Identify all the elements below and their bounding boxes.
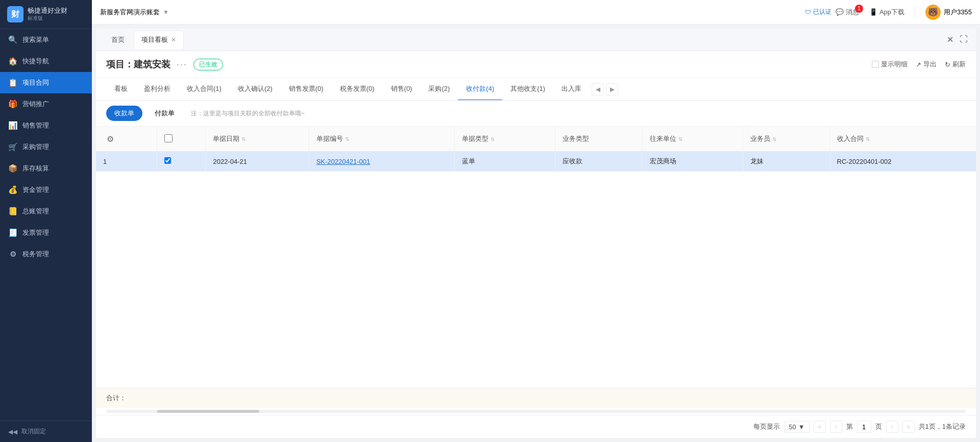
th-check[interactable]	[157, 127, 206, 152]
sidebar-item-project[interactable]: 📋 项目合同	[0, 72, 92, 93]
sidebar-item-ledger[interactable]: 📒 总账管理	[0, 201, 92, 222]
sidebar-item-search[interactable]: 🔍 搜索菜单	[0, 29, 92, 51]
page-number-input[interactable]	[857, 421, 871, 433]
page-header-actions: 显示明细 ↗ 导出 ↻ 刷新	[872, 60, 966, 69]
th-number[interactable]: 单据编号 ⇅	[309, 127, 454, 152]
row-checkbox[interactable]	[164, 157, 171, 164]
sub-tab-prev-arrow[interactable]: ◀	[592, 83, 604, 95]
sub-tab-sales-invoice[interactable]: 销售发票(0)	[281, 78, 332, 101]
project-icon: 📋	[8, 78, 17, 87]
per-page-dropdown-icon: ▼	[798, 423, 805, 431]
tab-expand-icon[interactable]: ⛶	[960, 35, 968, 44]
pagination: 每页显示 50 ▼ « ‹ 第 页 › » 共1页，1条记录	[96, 415, 976, 438]
tab-close-window-icon[interactable]: ✕	[947, 35, 953, 44]
sidebar-item-invoice[interactable]: 🧾 发票管理	[0, 222, 92, 243]
tab-bar-controls: ✕ ⛶	[947, 35, 968, 44]
th-gear[interactable]: ⚙	[96, 127, 157, 152]
table-row[interactable]: 1 2022-04-21 SK-20220421-001 蓝单 应收款 宏茂商场…	[96, 152, 976, 171]
column-settings-icon[interactable]: ⚙	[103, 132, 117, 146]
sub-tab-warehouse[interactable]: 出入库	[553, 78, 590, 101]
th-type[interactable]: 单据类型 ⇅	[454, 127, 555, 152]
row-date: 2022-04-21	[206, 152, 309, 171]
page-more-icon[interactable]: ···	[177, 59, 187, 70]
sub-tab-payment[interactable]: 收付款(4)	[458, 78, 502, 101]
sidebar-unpin-button[interactable]: ◀◀ 取消固定	[0, 421, 92, 442]
sidebar-item-quicknav[interactable]: 🏠 快捷导航	[0, 51, 92, 72]
sidebar-item-label: 项目合同	[22, 78, 49, 87]
total-info: 共1页，1条记录	[919, 422, 966, 431]
sub-tab-sales[interactable]: 销售(0)	[383, 78, 421, 101]
account-name: 新服务官网演示账套	[100, 8, 160, 17]
pagination-first-button[interactable]: «	[814, 421, 826, 433]
inner-tab-receipt[interactable]: 收款单	[106, 106, 142, 121]
sub-tab-purchase[interactable]: 采购(2)	[420, 78, 458, 101]
sub-tab-kanban[interactable]: 看板	[106, 78, 136, 101]
user-avatar: 🐻	[925, 5, 941, 20]
sidebar-item-label: 快捷导航	[22, 57, 49, 66]
messages-button[interactable]: 💬 消息 1	[836, 8, 859, 17]
sidebar-item-inventory[interactable]: 📦 库存核算	[0, 158, 92, 179]
inventory-icon: 📦	[8, 164, 17, 173]
account-dropdown-icon[interactable]: ▼	[163, 9, 169, 16]
th-date[interactable]: 单据日期 ⇅	[206, 127, 309, 152]
row-biz-type: 应收款	[555, 152, 643, 171]
tab-project-label: 项目看板	[141, 35, 168, 44]
export-button[interactable]: ↗ 导出	[916, 60, 937, 69]
pagination-next-button[interactable]: ›	[886, 421, 898, 433]
th-biz-type: 业务类型	[555, 127, 643, 152]
sidebar-item-label: 资金管理	[22, 185, 49, 194]
page-title: 项目：建筑安装	[106, 58, 170, 70]
sub-tab-income-confirm[interactable]: 收入确认(2)	[230, 78, 281, 101]
inner-tab-payment[interactable]: 付款单	[146, 106, 183, 121]
home-icon: 🏠	[8, 57, 17, 66]
tab-home[interactable]: 首页	[104, 31, 132, 49]
display-detail-checkbox[interactable]	[872, 61, 879, 68]
sidebar-item-label: 总账管理	[22, 207, 49, 216]
scrollbar-thumb[interactable]	[157, 410, 259, 413]
marketing-icon: 🎁	[8, 100, 17, 109]
sub-tab-income-contract[interactable]: 收入合同(1)	[179, 78, 230, 101]
pagination-prev-button[interactable]: ‹	[830, 421, 842, 433]
pagination-last-button[interactable]: »	[902, 421, 915, 433]
th-contract[interactable]: 收入合同 ⇅	[829, 127, 976, 152]
horizontal-scrollbar[interactable]	[96, 408, 976, 415]
tab-project[interactable]: 项目看板 ✕	[134, 31, 184, 49]
unpin-icon: ◀◀	[8, 428, 17, 435]
refresh-button[interactable]: ↻ 刷新	[945, 60, 966, 69]
row-salesman: 龙妹	[743, 152, 829, 171]
phone-icon: 📱	[869, 8, 877, 16]
main-area: 新服务官网演示账套 ▼ 🛡 已认证 💬 消息 1 📱 App下载 🐻 用户335…	[92, 0, 980, 442]
records-table: ⚙ 单据日期 ⇅ 单据编号	[96, 127, 976, 171]
tab-home-label: 首页	[111, 35, 125, 44]
sidebar-item-label: 税务管理	[22, 250, 49, 259]
sidebar-item-purchase[interactable]: 🛒 采购管理	[0, 136, 92, 158]
total-label: 合计：	[106, 394, 126, 402]
user-menu[interactable]: 🐻 用户3355	[925, 5, 972, 20]
th-salesman[interactable]: 业务员 ⇅	[743, 127, 829, 152]
unpin-label: 取消固定	[21, 427, 46, 436]
scrollbar-track	[106, 410, 966, 413]
sidebar-item-funds[interactable]: 💰 资金管理	[0, 179, 92, 201]
sub-tab-tax-invoice[interactable]: 税务发票(0)	[332, 78, 383, 101]
certified-badge: 🛡 已认证	[805, 8, 831, 16]
sidebar-item-marketing[interactable]: 🎁 营销推广	[0, 93, 92, 115]
sidebar-item-tax[interactable]: ⚙ 税务管理	[0, 243, 92, 265]
th-partner[interactable]: 往来单位 ⇅	[643, 127, 743, 152]
row-partner: 宏茂商场	[643, 152, 743, 171]
page-suffix: 页	[875, 422, 882, 431]
sub-tab-other[interactable]: 其他收支(1)	[502, 78, 553, 101]
sub-tab-next-arrow[interactable]: ▶	[606, 83, 618, 95]
sort-icon-contract: ⇅	[866, 136, 870, 142]
per-page-select[interactable]: 50 ▼	[784, 421, 809, 433]
row-contract: RC-20220401-002	[829, 152, 976, 171]
tab-close-icon[interactable]: ✕	[171, 36, 176, 43]
display-detail-toggle[interactable]: 显示明细	[872, 60, 908, 69]
row-check[interactable]	[157, 152, 206, 171]
sort-icon-number: ⇅	[345, 136, 349, 142]
app-download-button[interactable]: 📱 App下载	[869, 8, 904, 17]
account-selector[interactable]: 新服务官网演示账套 ▼	[100, 8, 801, 17]
sidebar-item-sales[interactable]: 📊 销售管理	[0, 115, 92, 136]
select-all-checkbox[interactable]	[164, 134, 173, 142]
row-number[interactable]: SK-20220421-001	[309, 152, 454, 171]
sub-tab-profit[interactable]: 盈利分析	[136, 78, 179, 101]
